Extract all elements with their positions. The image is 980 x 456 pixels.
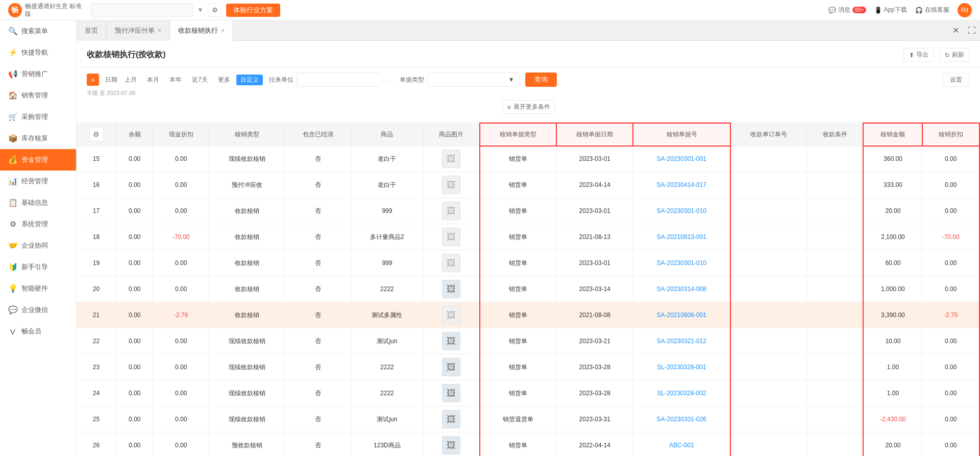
sidebar-item-purchase[interactable]: 🛒 采购管理 [0,106,76,128]
table-row: 160.000.00预付冲应收否老白干🖼销货单2023-04-14SA-2023… [77,172,979,198]
balance: 0.00 [116,146,153,172]
sidebar-item-collab[interactable]: 🤝 企业协同 [0,235,76,256]
sidebar-item-operation[interactable]: 📊 经营管理 [0,171,76,192]
bill-no-link[interactable]: SA-20230301-010 [657,207,706,214]
sidebar-item-search[interactable]: 🔍 搜索菜单 [0,20,76,42]
maximize-button[interactable]: ⛶ [964,22,980,39]
bill-no-link[interactable]: SA-20210813-001 [657,233,706,241]
sidebar-item-marketing[interactable]: 📢 营销推广 [0,63,76,85]
sidebar-item-inventory[interactable]: 📦 库存核算 [0,128,76,149]
writeoff-discount: 0.00 [922,172,979,198]
app-download-button[interactable]: 📱 App下载 [874,6,907,14]
goods-image: 🖼 [442,384,460,402]
date-custom-btn[interactable]: 自定义 [236,75,263,85]
date-opt-more[interactable]: 更多 [214,75,234,85]
bill-no-link[interactable]: SA-20230414-017 [657,181,706,188]
col-header-bill_date: 核销单据日期 [556,123,633,146]
goods-image-placeholder: 🖼 [442,202,460,220]
settings-button[interactable]: 设置 [942,73,970,87]
row-num: 15 [77,146,116,172]
bill-no-link[interactable]: SA-20230314-008 [657,285,706,293]
balance: 0.00 [116,302,153,328]
sidebar-item-finance[interactable]: 💰 资金管理 [0,149,76,171]
tab-home[interactable]: 首页 [77,20,107,41]
goods-img-cell: 🖼 [423,328,480,354]
service-button[interactable]: 🎧 在线客服 [915,6,949,14]
top-search-input[interactable] [91,3,193,17]
settings-icon[interactable]: ⚙ [208,3,222,17]
bill-date: 2023-03-28 [556,354,633,380]
expand-conditions-button[interactable]: ∨ 展开更多条件 [502,100,555,114]
bill-type: 销货单 [480,433,556,457]
column-settings-btn[interactable]: ⚙ [89,127,104,141]
partner-input[interactable] [297,73,382,87]
tab-writeoff[interactable]: 收款核销执行× [170,20,233,41]
include-settled: 否 [285,198,352,224]
sidebar-item-basic[interactable]: 📋 基础信息 [0,192,76,213]
col-header-balance: 余额 [116,123,153,146]
balance: 0.00 [116,433,153,457]
logo-icon: 畅 [8,3,22,17]
expand-icon: ∨ [507,104,511,111]
cash-discount: 0.00 [153,198,209,224]
export-button[interactable]: ⬆ 导出 [903,48,934,62]
page-content: 收款核销执行(按收款) ⬆ 导出 ↻ 刷新 » [77,41,980,456]
cash-discount: -70.00 [153,224,209,250]
col-header-bill_type: 核销单据类型 [480,123,556,146]
filter-expand-icon[interactable]: » [87,74,99,86]
bill-no-link[interactable]: SA-20230301-001 [657,155,706,162]
bill-no-link[interactable]: SL-20230328-001 [657,364,706,371]
receipt-order-no [730,302,807,328]
voucher-type-select[interactable]: ▼ [427,73,519,87]
tab-bar-right: ✕ ⛶ [947,22,980,39]
receipt-order-no [730,354,807,380]
search-dropdown-arrow[interactable]: ▼ [197,6,204,14]
goods-img-cell: 🖼 [423,250,480,276]
query-button[interactable]: 查询 [525,73,557,87]
user-avatar[interactable]: Rit [958,3,972,17]
message-button[interactable]: 💬 消息 99+ [828,6,866,14]
bill-no-link[interactable]: SA-20230321-012 [657,338,706,345]
sidebar-item-wechat[interactable]: 💬 企业微信 [0,299,76,321]
tab-prepay[interactable]: 预付冲应付单× [107,20,170,41]
goods: 2222 [351,354,423,380]
date-opt-7days[interactable]: 近7天 [188,75,212,85]
bill-type: 销货单 [480,224,556,250]
sidebar-item-sales[interactable]: 🏠 销售管理 [0,85,76,106]
trial-button[interactable]: 体验行业方案 [226,4,280,17]
page-actions: ⬆ 导出 ↻ 刷新 [903,48,970,62]
receipt-order-no [730,433,807,457]
sidebar-item-hardware[interactable]: 💡 智能硬件 [0,278,76,299]
balance: 0.00 [116,250,153,276]
goods: 2222 [351,380,423,406]
writeoff-discount: 0.00 [922,328,979,354]
tab-close-prepay[interactable]: × [158,27,161,34]
sidebar-item-system[interactable]: ⚙ 系统管理 [0,213,76,235]
bill-type: 销货单 [480,172,556,198]
partner-dots: ... [385,76,394,83]
row-num: 23 [77,354,116,380]
receipt-order-no [730,406,807,433]
bill-no-link[interactable]: SL-20230328-002 [657,390,706,397]
date-opt-lastmonth[interactable]: 上月 [120,75,141,85]
goods-image-placeholder: 🖼 [442,176,460,194]
writeoff-type: 现续收款核销 [209,406,285,433]
voucher-type-label: 单据类型 [400,76,424,84]
bill-no-link[interactable]: SA-20230301-010 [657,259,706,267]
sidebar-item-member[interactable]: V 畅会员 [0,321,76,342]
bill-no-link[interactable]: ABC-001 [669,442,694,449]
date-opt-thisyear[interactable]: 本年 [165,75,186,85]
partner-filter: 往来单位 ... [269,73,394,87]
include-settled: 否 [285,380,352,406]
date-opt-thismonth[interactable]: 本月 [143,75,163,85]
bill-no-link[interactable]: SA-20230331-026 [657,416,706,423]
receipt-order-no [730,328,807,354]
voucher-type-filter: 单据类型 ▼ [400,73,519,87]
sidebar-item-quick[interactable]: ⚡ 快捷导航 [0,42,76,63]
tab-close-writeoff[interactable]: × [221,27,225,34]
sidebar-item-guide[interactable]: 🔰 新手引导 [0,256,76,278]
bill-no-link[interactable]: SA-20210808-001 [657,311,706,319]
refresh-button[interactable]: ↻ 刷新 [939,48,970,62]
close-window-button[interactable]: ✕ [947,22,964,39]
col-header-settings: ⚙ [77,123,116,146]
